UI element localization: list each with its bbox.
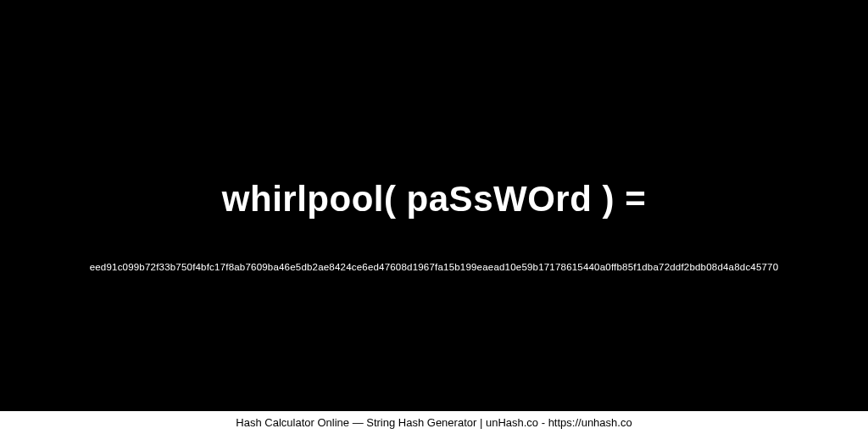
hash-output-value: eed91c099b72f33b750f4bfc17f8ab7609ba46e5… — [90, 262, 779, 272]
footer-link-site[interactable]: unHash.co — [486, 416, 538, 429]
footer-separator: - — [538, 416, 548, 429]
main-content: whirlpool( paSsWOrd ) = eed91c099b72f33b… — [0, 17, 868, 434]
hash-expression-heading: whirlpool( paSsWOrd ) = — [222, 179, 646, 220]
footer-text: Hash Calculator Online — String Hash Gen… — [236, 416, 486, 429]
footer-bar: Hash Calculator Online — String Hash Gen… — [0, 411, 868, 434]
footer-link-url[interactable]: https://unhash.co — [548, 416, 632, 429]
